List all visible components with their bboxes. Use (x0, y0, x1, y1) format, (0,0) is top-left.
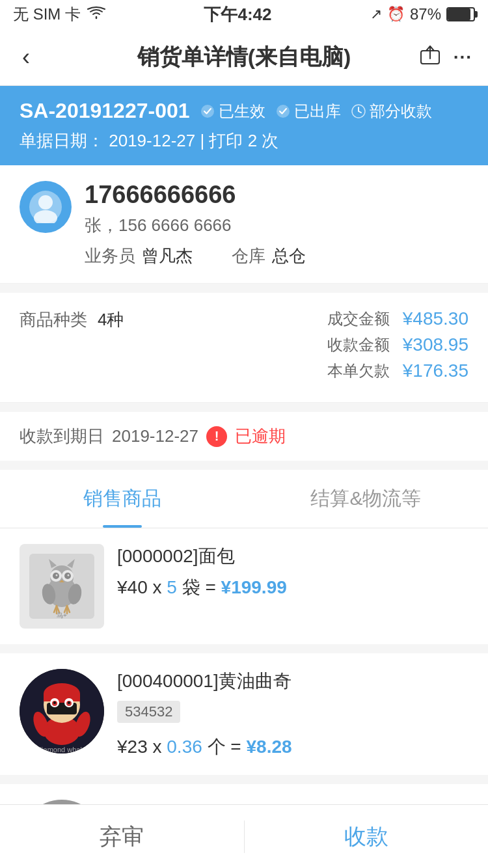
more-button[interactable]: ··· (454, 47, 472, 68)
order-date: 单据日期： 2019-12-27 | 打印 2 次 (20, 129, 468, 152)
page-title: 销货单详情(来自电脑) (137, 42, 351, 72)
svg-point-39 (68, 701, 70, 704)
bottom-bar: 弃审 收款 (0, 804, 488, 868)
order-header: SA-20191227-001 已生效 已出库 部分收款 单据日期： 2019-… (0, 86, 488, 165)
battery-icon (446, 7, 475, 21)
tab-sales-products[interactable]: 销售商品 (0, 470, 244, 528)
svg-point-2 (201, 105, 214, 118)
svg-point-17 (68, 575, 70, 576)
due-date: 2019-12-27 (112, 426, 198, 446)
list-item: 鸟+ [0000002]面包 ¥40 x 5 袋 = ¥199.99 (0, 528, 488, 644)
due-date-section: 收款到期日 2019-12-27 ! 已逾期 (0, 412, 488, 470)
location-icon: ↗ (370, 6, 382, 23)
abandon-audit-button[interactable]: 弃审 (0, 809, 244, 865)
svg-point-5 (38, 195, 53, 210)
status-left: 无 SIM 卡 (13, 4, 105, 25)
list-item: diamond whale [000400001]黄油曲奇 534532 ¥23… (0, 653, 488, 775)
customer-name: 张，156 6666 6666 (85, 214, 468, 237)
share-button[interactable] (420, 44, 441, 70)
received-amount-row: 收款金额 ¥308.95 (327, 334, 468, 355)
tab-settlement[interactable]: 结算&物流等 (244, 470, 488, 528)
customer-info: 17666666666 张，156 6666 6666 业务员 曾凡杰 仓库 总… (85, 181, 468, 267)
nav-bar: ‹ 销货单详情(来自电脑) ··· (0, 29, 488, 86)
product-thumbnail-2: diamond whale (20, 669, 104, 753)
product-price-1: ¥40 x 5 袋 = ¥199.99 (117, 575, 468, 600)
svg-point-6 (34, 210, 57, 223)
battery-percent: 87% (410, 5, 441, 23)
order-id: SA-20191227-001 (20, 99, 190, 123)
status-effective: 已生效 (200, 101, 265, 122)
product-tag-2: 534532 (117, 701, 180, 723)
status-bar: 无 SIM 卡 下午4:42 ↗ ⏰ 87% (0, 0, 488, 29)
due-label: 收款到期日 (20, 425, 104, 448)
product-details-2: [000400001]黄油曲奇 534532 ¥23 x 0.36 个 = ¥8… (117, 669, 468, 759)
product-name-1: [0000002]面包 (117, 544, 468, 569)
overdue-text: 已逾期 (235, 425, 286, 448)
back-button[interactable]: ‹ (16, 37, 36, 77)
status-right: ↗ ⏰ 87% (370, 5, 475, 23)
svg-point-38 (53, 701, 56, 704)
amounts: 成交金额 ¥485.30 收款金额 ¥308.95 本单欠款 ¥176.35 (327, 308, 468, 387)
product-name-2: [000400001]黄油曲奇 (117, 669, 468, 694)
nav-actions: ··· (420, 44, 472, 70)
svg-text:鸟+: 鸟+ (57, 612, 67, 619)
collect-payment-button[interactable]: 收款 (245, 809, 489, 865)
product-price-2: ¥23 x 0.36 个 = ¥8.28 (117, 735, 468, 759)
svg-rect-32 (44, 694, 80, 701)
trading-amount-row: 成交金额 ¥485.30 (327, 308, 468, 329)
svg-point-3 (277, 105, 290, 118)
status-delivered: 已出库 (276, 101, 341, 122)
svg-point-16 (56, 575, 58, 576)
customer-section: 17666666666 张，156 6666 6666 业务员 曾凡杰 仓库 总… (0, 165, 488, 284)
overdue-icon: ! (206, 426, 227, 447)
product-details-1: [0000002]面包 ¥40 x 5 袋 = ¥199.99 (117, 544, 468, 600)
wifi-icon (87, 5, 105, 23)
warehouse-info: 仓库 总仓 (232, 245, 306, 267)
customer-avatar (20, 181, 72, 233)
alarm-icon: ⏰ (387, 6, 405, 23)
svg-text:diamond whale: diamond whale (38, 746, 86, 753)
sales-info: 业务员 曾凡杰 (85, 245, 193, 267)
carrier-text: 无 SIM 卡 (13, 4, 81, 25)
status-time: 下午4:42 (204, 3, 271, 26)
debt-amount-row: 本单欠款 ¥176.35 (327, 360, 468, 381)
customer-phone: 17666666666 (85, 181, 468, 209)
product-kinds: 商品种类 4种 (20, 308, 124, 331)
tabs: 销售商品 结算&物流等 (0, 470, 488, 528)
status-partial: 部分收款 (351, 101, 432, 122)
stats-section: 商品种类 4种 成交金额 ¥485.30 收款金额 ¥308.95 本单欠款 ¥… (0, 293, 488, 403)
product-thumbnail-1: 鸟+ (20, 544, 104, 629)
